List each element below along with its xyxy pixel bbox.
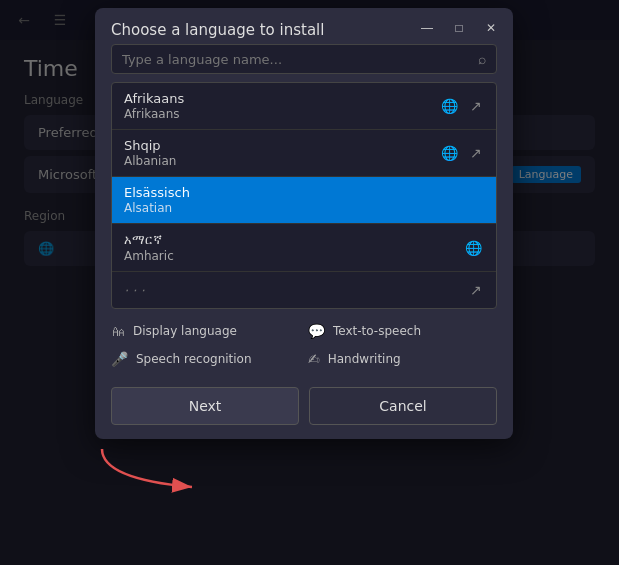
search-box[interactable]: ⌕ bbox=[111, 44, 497, 74]
display-language-icon: 🗛 bbox=[111, 323, 125, 339]
list-item[interactable]: Shqip Albanian 🌐 ↗ bbox=[112, 130, 496, 177]
feature-label: Speech recognition bbox=[136, 352, 252, 366]
display-lang-icon[interactable]: 🌐 bbox=[439, 143, 460, 163]
lang-icons: 🌐 ↗ bbox=[439, 143, 484, 163]
feature-label: Handwriting bbox=[328, 352, 401, 366]
list-item-partial[interactable]: · · · ↗ bbox=[112, 272, 496, 308]
lang-info-afrikaans: Afrikaans Afrikaans bbox=[124, 91, 439, 121]
list-item[interactable]: Elsässisch Alsatian bbox=[112, 177, 496, 224]
list-item[interactable]: Afrikaans Afrikaans 🌐 ↗ bbox=[112, 83, 496, 130]
lang-name: Shqip bbox=[124, 138, 439, 153]
cancel-button[interactable]: Cancel bbox=[309, 387, 497, 425]
language-list[interactable]: Afrikaans Afrikaans 🌐 ↗ Shqip Albanian 🌐… bbox=[111, 82, 497, 309]
list-item[interactable]: አማርኛ Amharic 🌐 bbox=[112, 224, 496, 272]
link-icon[interactable]: ↗ bbox=[468, 143, 484, 163]
dialog-titlebar: Choose a language to install — □ ✕ bbox=[95, 8, 513, 40]
lang-info-shqip: Shqip Albanian bbox=[124, 138, 439, 168]
close-button[interactable]: ✕ bbox=[477, 16, 505, 40]
feature-label: Text-to-speech bbox=[333, 324, 421, 338]
link-icon-partial[interactable]: ↗ bbox=[468, 280, 484, 300]
lang-native: Afrikaans bbox=[124, 107, 439, 121]
maximize-button[interactable]: □ bbox=[445, 16, 473, 40]
display-lang-icon[interactable]: 🌐 bbox=[463, 238, 484, 258]
lang-info-amharic: አማርኛ Amharic bbox=[124, 232, 463, 263]
dialog-footer: Next Cancel bbox=[95, 379, 513, 439]
display-lang-icon[interactable]: 🌐 bbox=[439, 96, 460, 116]
feature-speech-recognition: 🎤 Speech recognition bbox=[111, 347, 300, 371]
lang-info-partial: · · · bbox=[124, 283, 468, 298]
language-install-dialog: Choose a language to install — □ ✕ ⌕ Afr… bbox=[95, 8, 513, 439]
dialog-body: ⌕ Afrikaans Afrikaans 🌐 ↗ Shqip Albanian bbox=[95, 40, 513, 379]
lang-name: Afrikaans bbox=[124, 91, 439, 106]
features-grid: 🗛 Display language 💬 Text-to-speech 🎤 Sp… bbox=[111, 309, 497, 379]
lang-icons: 🌐 bbox=[463, 238, 484, 258]
handwriting-icon: ✍ bbox=[308, 351, 320, 367]
lang-name: Elsässisch bbox=[124, 185, 484, 200]
feature-display-language: 🗛 Display language bbox=[111, 319, 300, 343]
lang-icons: 🌐 ↗ bbox=[439, 96, 484, 116]
lang-native: Albanian bbox=[124, 154, 439, 168]
lang-icons-partial: ↗ bbox=[468, 280, 484, 300]
next-button[interactable]: Next bbox=[111, 387, 299, 425]
minimize-button[interactable]: — bbox=[413, 16, 441, 40]
dialog-title: Choose a language to install bbox=[111, 21, 409, 39]
lang-native: Alsatian bbox=[124, 201, 484, 215]
feature-tts: 💬 Text-to-speech bbox=[308, 319, 497, 343]
search-icon: ⌕ bbox=[478, 51, 486, 67]
link-icon[interactable]: ↗ bbox=[468, 96, 484, 116]
lang-name-partial: · · · bbox=[124, 283, 468, 298]
mic-icon: 🎤 bbox=[111, 351, 128, 367]
search-input[interactable] bbox=[122, 52, 478, 67]
lang-native: Amharic bbox=[124, 249, 463, 263]
lang-name: አማርኛ bbox=[124, 232, 463, 248]
lang-info-elsassisch: Elsässisch Alsatian bbox=[124, 185, 484, 215]
feature-label: Display language bbox=[133, 324, 237, 338]
tts-icon: 💬 bbox=[308, 323, 325, 339]
feature-handwriting: ✍ Handwriting bbox=[308, 347, 497, 371]
